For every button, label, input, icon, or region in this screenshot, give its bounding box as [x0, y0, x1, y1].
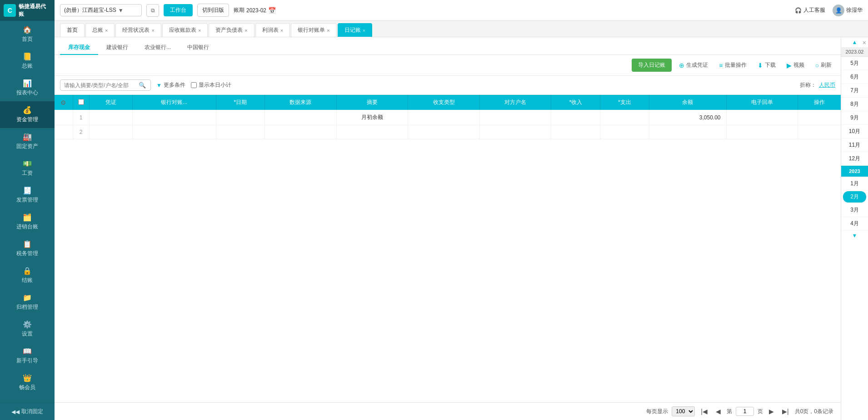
settings-gear-icon[interactable]: ⚙: [57, 99, 70, 106]
currency-label: 折称：: [800, 81, 816, 89]
first-page-btn[interactable]: |◀: [698, 407, 710, 416]
select-all-checkbox[interactable]: [78, 99, 84, 105]
import-diary-button[interactable]: 导入日记账: [632, 59, 672, 72]
chevron-up-icon: ▲: [852, 39, 858, 45]
row-check: 1: [73, 110, 89, 125]
row-summary: 月初余额: [336, 110, 408, 125]
search-icon[interactable]: 🔍: [139, 82, 146, 89]
tab-business[interactable]: 经营状况表 ×: [115, 23, 161, 37]
month-item-feb-2023[interactable]: 2月: [843, 191, 866, 203]
sidebar-item-close[interactable]: 🔒 结账: [0, 262, 55, 289]
old-version-button[interactable]: 切到旧版: [197, 4, 229, 17]
sidebar-unpin-btn[interactable]: ◀◀ 取消固定: [0, 403, 55, 420]
month-item-jan-2023[interactable]: 1月: [841, 177, 868, 191]
month-item-6[interactable]: 6月: [841, 70, 868, 84]
per-page-select[interactable]: 100 50 200: [672, 406, 695, 416]
sidebar-item-guide[interactable]: 📖 新手引导: [0, 342, 55, 369]
sidebar-item-salary[interactable]: 💵 工资: [0, 155, 55, 182]
generate-voucher-btn[interactable]: ⊕ 生成凭证: [675, 59, 712, 71]
month-item-8[interactable]: 8月: [841, 98, 868, 111]
logo-icon: C: [4, 4, 16, 17]
tab-assets[interactable]: 资产负债表 ×: [209, 23, 254, 37]
last-page-btn[interactable]: ▶|: [780, 407, 791, 416]
row-e-receipt: [726, 125, 798, 139]
row-voucher: [89, 110, 133, 125]
next-page-btn[interactable]: ▶: [767, 407, 776, 416]
sidebar-item-reports[interactable]: 📊 报表中心: [0, 74, 55, 101]
sidebar-item-fixed[interactable]: 🏭 固定资产: [0, 128, 55, 155]
right-panel-close-btn[interactable]: ×: [863, 39, 866, 46]
batch-ops-label: 批量操作: [725, 61, 747, 69]
month-label: 6月: [850, 73, 859, 81]
close-icon[interactable]: ×: [151, 28, 154, 33]
row-settings: [55, 110, 73, 125]
page-label-pre: 第: [727, 408, 732, 415]
prev-page-btn[interactable]: ◀: [713, 407, 723, 416]
month-item-11[interactable]: 11月: [841, 138, 868, 152]
download-btn[interactable]: ⬇ 下载: [754, 59, 779, 71]
month-label: 7月: [850, 87, 859, 94]
sidebar-item-purchase[interactable]: 🗂️ 进销台账: [0, 208, 55, 235]
income-col-header: *收入: [551, 95, 600, 110]
sub-tab-agriculture[interactable]: 农业银行...: [136, 41, 179, 55]
topbar-right: 🎧 人工客服 👤 徐湿华: [795, 5, 863, 16]
sidebar-item-label: 工资: [22, 169, 33, 177]
close-icon[interactable]: ×: [327, 28, 329, 33]
month-item-5[interactable]: 5月: [841, 57, 868, 70]
close-icon[interactable]: ×: [244, 28, 247, 33]
page-input[interactable]: [736, 407, 754, 416]
month-item-9[interactable]: 9月: [841, 111, 868, 125]
tab-diary[interactable]: 日记账 ×: [338, 23, 372, 37]
tab-home[interactable]: 首页: [60, 23, 85, 37]
sidebar-item-member[interactable]: 👑 畅会员: [0, 369, 55, 396]
period-value: 2023-02: [246, 7, 266, 14]
close-icon[interactable]: ×: [280, 28, 283, 33]
close-icon[interactable]: ×: [363, 28, 365, 33]
filter-btn[interactable]: ▼ 更多条件: [156, 81, 185, 89]
sidebar-item-archive[interactable]: 📁 归档管理: [0, 289, 55, 316]
video-btn[interactable]: ▶ 视频: [783, 59, 808, 71]
calendar-icon[interactable]: 📅: [268, 7, 276, 14]
month-item-12[interactable]: 12月: [841, 152, 868, 166]
company-select[interactable]: (勿册）江西超宝-LSS ▼: [60, 4, 142, 16]
settings-icon: ⚙️: [23, 320, 32, 329]
check-col-header: [73, 95, 89, 110]
scroll-down-btn[interactable]: ▼: [850, 231, 859, 241]
sidebar-item-tax[interactable]: 📋 税务管理: [0, 235, 55, 262]
close-icon[interactable]: ×: [105, 28, 108, 33]
user-menu[interactable]: 👤 徐湿华: [833, 5, 863, 16]
row-bank-reconcile: [133, 110, 216, 125]
sub-tab-cash[interactable]: 库存现金: [60, 41, 98, 55]
row-action: [798, 125, 841, 139]
month-item-mar-2023[interactable]: 3月: [841, 203, 868, 217]
show-daily-checkbox[interactable]: 显示本日小计: [191, 81, 231, 89]
sub-tab-china[interactable]: 中国银行: [179, 41, 217, 55]
scroll-up-btn[interactable]: ▲: [850, 37, 859, 47]
total-info: 共0页，0条记录: [795, 408, 833, 415]
tab-bank[interactable]: 银行对账单 ×: [291, 23, 336, 37]
currency-link[interactable]: 人民币: [819, 81, 835, 89]
workbench-button[interactable]: 工作台: [164, 4, 193, 16]
batch-ops-btn[interactable]: ≡ 批量操作: [715, 59, 750, 71]
sidebar-item-invoice[interactable]: 🧾 发票管理: [0, 182, 55, 208]
close-icon[interactable]: ×: [198, 28, 201, 33]
sub-tab-construction[interactable]: 建设银行: [98, 41, 136, 55]
show-daily-input[interactable]: [191, 82, 197, 88]
source-col-header: 数据来源: [265, 95, 337, 110]
sidebar-item-ledger[interactable]: 📒 总账: [0, 48, 55, 74]
tab-receivable[interactable]: 应收账款表 ×: [162, 23, 208, 37]
customer-service-btn[interactable]: 🎧 人工客服: [795, 6, 825, 14]
month-item-apr-2023[interactable]: 4月: [841, 217, 868, 231]
search-input[interactable]: [64, 82, 137, 89]
filter-icon: ▼: [156, 82, 162, 89]
refresh-btn[interactable]: ○ 刷新: [812, 59, 835, 71]
sidebar-item-home[interactable]: 🏠 首页: [0, 21, 55, 48]
tab-ledger[interactable]: 总账 ×: [85, 23, 115, 37]
sidebar-item-settings[interactable]: ⚙️ 设置: [0, 316, 55, 342]
sidebar-item-capital[interactable]: 💰 资金管理: [0, 101, 55, 128]
tab-profit[interactable]: 利润表 ×: [255, 23, 290, 37]
month-item-7[interactable]: 7月: [841, 84, 868, 98]
copy-button[interactable]: ⧉: [146, 4, 159, 17]
month-item-10[interactable]: 10月: [841, 125, 868, 138]
tab-home-label: 首页: [67, 26, 78, 34]
